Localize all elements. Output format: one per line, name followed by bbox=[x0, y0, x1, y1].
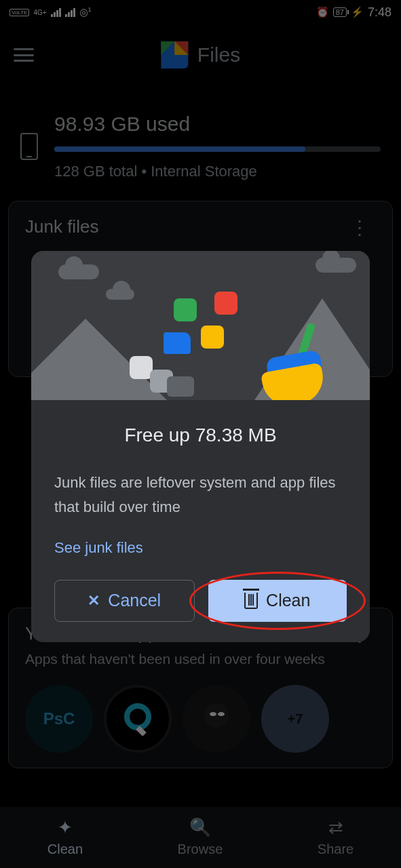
broom-icon bbox=[287, 320, 295, 388]
cancel-label: Cancel bbox=[108, 591, 161, 610]
clean-label: Clean bbox=[266, 591, 310, 610]
dialog-description: Junk files are leftover system and app f… bbox=[54, 471, 347, 520]
cancel-button[interactable]: ✕ Cancel bbox=[54, 580, 195, 622]
close-icon: ✕ bbox=[88, 592, 100, 610]
clean-dialog: Free up 78.38 MB Junk files are leftover… bbox=[31, 251, 370, 642]
dialog-title: Free up 78.38 MB bbox=[54, 425, 347, 446]
dialog-illustration bbox=[31, 251, 370, 400]
trash-icon bbox=[244, 593, 258, 609]
see-junk-files-link[interactable]: See junk files bbox=[54, 539, 347, 557]
clean-button[interactable]: Clean bbox=[208, 580, 347, 622]
